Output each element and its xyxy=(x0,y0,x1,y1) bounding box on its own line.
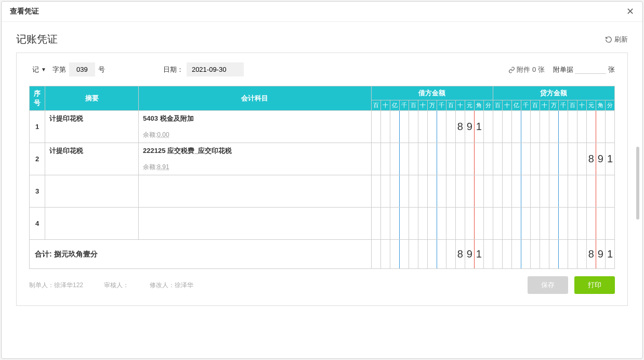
debit-digit[interactable] xyxy=(465,208,474,240)
debit-digit[interactable] xyxy=(390,143,399,175)
debit-digit[interactable] xyxy=(390,208,399,240)
debit-digit[interactable] xyxy=(465,175,474,208)
credit-digit[interactable] xyxy=(521,175,530,208)
debit-digit[interactable] xyxy=(371,143,380,175)
credit-digit[interactable] xyxy=(540,143,549,175)
credit-digit[interactable] xyxy=(502,111,511,143)
credit-digit[interactable] xyxy=(493,175,502,208)
credit-digit[interactable] xyxy=(530,111,540,143)
debit-digit[interactable] xyxy=(371,111,380,143)
credit-digit[interactable] xyxy=(549,175,558,208)
credit-digit[interactable] xyxy=(558,143,568,175)
debit-digit[interactable] xyxy=(446,143,455,175)
credit-digit[interactable] xyxy=(511,175,521,208)
voucher-number-input[interactable] xyxy=(69,62,95,76)
debit-digit[interactable] xyxy=(427,143,437,175)
debit-digit[interactable] xyxy=(427,208,437,240)
debit-digit[interactable] xyxy=(380,175,390,208)
debit-digit[interactable] xyxy=(455,208,465,240)
credit-digit[interactable] xyxy=(502,175,511,208)
credit-digit[interactable] xyxy=(549,111,558,143)
attachment-link[interactable]: 附件 0 张 xyxy=(508,65,545,74)
debit-digit[interactable] xyxy=(446,111,455,143)
debit-digit[interactable] xyxy=(437,143,446,175)
credit-digit[interactable] xyxy=(558,111,568,143)
credit-digit[interactable] xyxy=(530,143,540,175)
credit-digit[interactable] xyxy=(493,111,502,143)
debit-digit[interactable] xyxy=(418,143,427,175)
credit-digit[interactable] xyxy=(493,143,502,175)
credit-digit[interactable] xyxy=(511,208,521,240)
scrollbar-thumb[interactable] xyxy=(636,147,639,220)
row-account[interactable] xyxy=(139,175,372,208)
debit-digit[interactable] xyxy=(399,208,409,240)
debit-digit[interactable] xyxy=(418,208,427,240)
debit-digit[interactable] xyxy=(380,111,390,143)
table-row[interactable]: 1计提印花税5403 税金及附加余额:0.00891 xyxy=(30,111,615,143)
debit-digit[interactable] xyxy=(437,111,446,143)
credit-digit[interactable] xyxy=(502,143,511,175)
debit-digit[interactable] xyxy=(427,111,437,143)
debit-digit[interactable] xyxy=(483,208,493,240)
table-row[interactable]: 3 xyxy=(30,175,615,208)
credit-digit[interactable] xyxy=(521,208,530,240)
debit-digit[interactable] xyxy=(380,208,390,240)
credit-digit[interactable] xyxy=(511,143,521,175)
credit-digit[interactable] xyxy=(605,208,614,240)
credit-digit[interactable] xyxy=(605,111,614,143)
row-account[interactable] xyxy=(139,208,372,240)
table-row[interactable]: 4 xyxy=(30,208,615,240)
debit-digit[interactable] xyxy=(437,208,446,240)
debit-digit[interactable]: 1 xyxy=(474,111,483,143)
credit-digit[interactable] xyxy=(540,111,549,143)
row-summary[interactable] xyxy=(45,208,139,240)
credit-digit[interactable] xyxy=(540,208,549,240)
credit-digit[interactable] xyxy=(605,175,614,208)
debit-digit[interactable] xyxy=(409,208,418,240)
credit-digit[interactable]: 8 xyxy=(586,143,596,175)
credit-digit[interactable]: 9 xyxy=(596,143,605,175)
credit-digit[interactable] xyxy=(521,143,530,175)
credit-digit[interactable]: 1 xyxy=(605,143,614,175)
debit-digit[interactable] xyxy=(399,175,409,208)
date-input[interactable] xyxy=(187,62,244,76)
debit-digit[interactable] xyxy=(427,175,437,208)
debit-digit[interactable] xyxy=(483,111,493,143)
debit-digit[interactable] xyxy=(409,143,418,175)
refresh-button[interactable]: 刷新 xyxy=(605,35,628,44)
credit-digit[interactable] xyxy=(511,111,521,143)
print-button[interactable]: 打印 xyxy=(574,276,615,294)
debit-digit[interactable] xyxy=(380,143,390,175)
row-account[interactable]: 5403 税金及附加余额:0.00 xyxy=(139,111,372,143)
debit-digit[interactable] xyxy=(474,175,483,208)
credit-digit[interactable] xyxy=(549,208,558,240)
debit-digit[interactable] xyxy=(390,175,399,208)
row-summary[interactable]: 计提印花税 xyxy=(45,143,139,175)
debit-digit[interactable] xyxy=(409,111,418,143)
credit-digit[interactable] xyxy=(568,175,577,208)
debit-digit[interactable] xyxy=(390,111,399,143)
debit-digit[interactable] xyxy=(483,143,493,175)
credit-digit[interactable] xyxy=(596,208,605,240)
credit-digit[interactable] xyxy=(493,208,502,240)
credit-digit[interactable] xyxy=(568,111,577,143)
credit-digit[interactable] xyxy=(521,111,530,143)
credit-digit[interactable] xyxy=(568,208,577,240)
debit-digit[interactable] xyxy=(371,175,380,208)
credit-digit[interactable] xyxy=(502,208,511,240)
credit-digit[interactable] xyxy=(586,208,596,240)
debit-digit[interactable] xyxy=(455,175,465,208)
credit-digit[interactable] xyxy=(558,208,568,240)
debit-digit[interactable] xyxy=(437,175,446,208)
debit-digit[interactable] xyxy=(455,143,465,175)
row-account[interactable]: 222125 应交税费_应交印花税余额:8.91 xyxy=(139,143,372,175)
debit-digit[interactable] xyxy=(474,143,483,175)
debit-digit[interactable] xyxy=(465,143,474,175)
credit-digit[interactable] xyxy=(586,175,596,208)
credit-digit[interactable] xyxy=(577,143,586,175)
credit-digit[interactable] xyxy=(530,175,540,208)
credit-digit[interactable] xyxy=(540,175,549,208)
debit-digit[interactable] xyxy=(399,143,409,175)
save-button[interactable]: 保存 xyxy=(528,276,568,294)
close-icon[interactable]: ✕ xyxy=(626,6,634,17)
